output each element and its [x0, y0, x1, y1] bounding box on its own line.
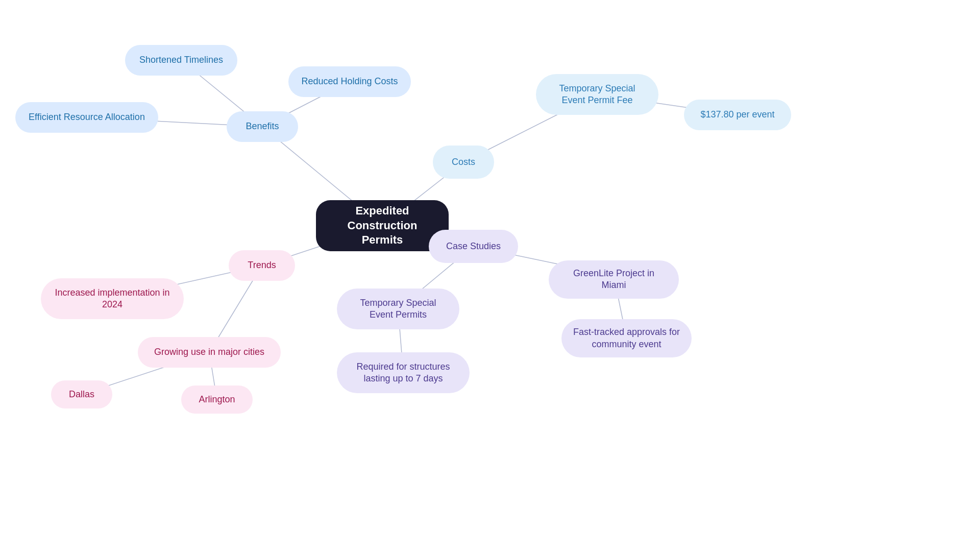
node-price: $137.80 per event	[684, 100, 791, 130]
node-arlington: Arlington	[181, 386, 253, 414]
node-required: Required for structures lasting up to 7 …	[337, 352, 470, 393]
node-costs: Costs	[433, 146, 494, 179]
mindmap-container: Expedited Construction PermitsBenefitsSh…	[0, 0, 980, 553]
node-dallas: Dallas	[51, 380, 112, 408]
node-casestudies: Case Studies	[429, 230, 518, 263]
node-tempspecial: Temporary Special Event Permits	[337, 288, 459, 329]
node-fasttracked: Fast-tracked approvals for community eve…	[561, 319, 692, 357]
node-trends: Trends	[229, 250, 295, 281]
node-tempfee: Temporary Special Event Permit Fee	[536, 74, 658, 115]
node-reduced: Reduced Holding Costs	[288, 66, 411, 97]
node-benefits: Benefits	[227, 111, 298, 142]
node-greenlite: GreenLite Project in Miami	[549, 260, 679, 299]
node-growing: Growing use in major cities	[138, 337, 281, 368]
node-efficient: Efficient Resource Allocation	[15, 102, 158, 133]
node-shortened: Shortened Timelines	[125, 45, 237, 76]
node-increased: Increased implementation in 2024	[41, 278, 184, 319]
connection-lines	[0, 0, 980, 553]
